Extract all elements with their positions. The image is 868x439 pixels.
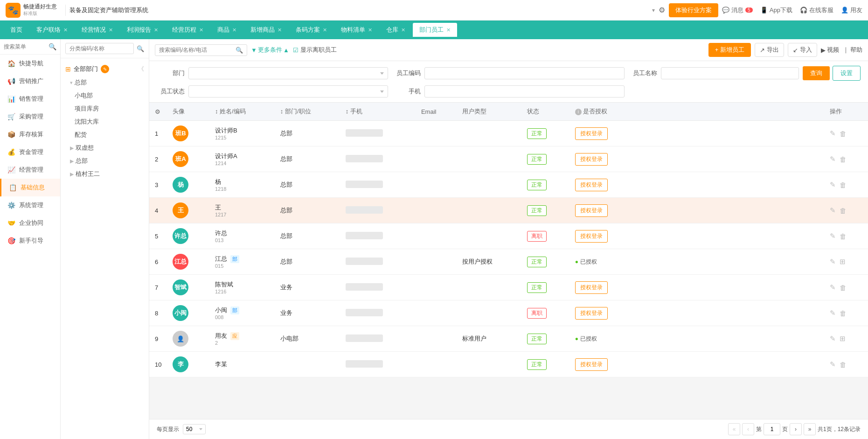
edit-icon[interactable]: ✎: [830, 155, 836, 163]
tab-warehouse[interactable]: 仓库 ✕: [380, 23, 412, 37]
sidebar-item-guide[interactable]: 🎯 新手引导: [0, 232, 60, 250]
emp-code-filter-input[interactable]: [424, 67, 624, 79]
dept-section-title-zhicun[interactable]: ▶ 植村王二: [61, 167, 149, 181]
gear-icon[interactable]: ⚙: [659, 6, 665, 14]
emp-status-filter-select[interactable]: [188, 85, 388, 98]
tab-close-icon[interactable]: ✕: [368, 27, 372, 33]
grant-btn[interactable]: 授权登录: [575, 153, 608, 166]
sidebar-search-input[interactable]: [4, 43, 47, 50]
view-btn[interactable]: ▶ 视频: [821, 46, 839, 54]
dept-child-peihu[interactable]: 配货: [61, 128, 149, 141]
tab-close-icon[interactable]: ✕: [63, 27, 68, 33]
first-page-btn[interactable]: «: [728, 423, 740, 435]
phone-filter-input[interactable]: [424, 85, 624, 98]
dept-child-xiaodian[interactable]: 小电部: [61, 89, 149, 102]
edit-icon[interactable]: ✎: [830, 360, 836, 369]
export-btn[interactable]: ↗ 导出: [755, 43, 784, 57]
edit-icon[interactable]: ✎: [830, 206, 836, 215]
dept-all-item[interactable]: ⊞ 全部部门 ✎ 《: [61, 62, 149, 76]
delete-icon[interactable]: 🗑: [840, 309, 847, 317]
sidebar-item-finance[interactable]: 💰 资金管理: [0, 143, 60, 161]
dept-child-shenyang[interactable]: 沈阳大库: [61, 115, 149, 128]
delete-icon[interactable]: 🗑: [840, 207, 847, 215]
tab-history[interactable]: 经营历程 ✕: [166, 23, 210, 37]
system-title-dropdown[interactable]: ▾: [652, 7, 655, 14]
tab-close-icon[interactable]: ✕: [109, 27, 113, 33]
copy-icon[interactable]: ⊞: [840, 258, 846, 266]
th-settings[interactable]: ⚙: [149, 103, 167, 121]
dept-collapse-icon[interactable]: 《: [138, 65, 144, 73]
settings-btn[interactable]: 设置: [833, 66, 861, 81]
sidebar-item-biz[interactable]: 📈 经营管理: [0, 161, 60, 179]
tab-operation[interactable]: 经营情况 ✕: [75, 23, 119, 37]
user-btn[interactable]: 👤 用友: [841, 6, 862, 14]
online-service-btn[interactable]: 🎧 在线客服: [800, 6, 833, 14]
edit-icon[interactable]: ✎: [830, 309, 836, 317]
th-dept[interactable]: ↕ 部门/职位: [275, 103, 340, 121]
tab-close-icon[interactable]: ✕: [278, 27, 282, 33]
more-filter-btn[interactable]: ▼ 更多条件 ▲: [251, 46, 289, 54]
dept-search-icon[interactable]: 🔍: [137, 45, 144, 52]
tab-dept-emp[interactable]: 部门员工 ✕: [413, 23, 457, 37]
page-size-select[interactable]: 50 10 20 100: [183, 424, 206, 434]
edit-icon[interactable]: ✎: [830, 258, 836, 266]
th-name[interactable]: ↕ 姓名/编码: [209, 103, 275, 121]
app-download-btn[interactable]: 📱 App下载: [760, 6, 792, 14]
search-btn[interactable]: 查询: [803, 66, 830, 80]
dept-filter-select[interactable]: [188, 67, 388, 79]
sidebar-item-sales[interactable]: 📊 销售管理: [0, 90, 60, 108]
import-btn[interactable]: ↙ 导入: [788, 43, 817, 57]
dept-edit-icon[interactable]: ✎: [101, 65, 109, 73]
dept-search-input[interactable]: [65, 43, 134, 54]
grant-btn[interactable]: 授权登录: [575, 179, 608, 191]
edit-icon[interactable]: ✎: [830, 283, 836, 292]
delete-icon[interactable]: 🗑: [840, 232, 847, 240]
edit-icon[interactable]: ✎: [830, 129, 836, 138]
grant-btn[interactable]: 授权登录: [575, 358, 608, 371]
dept-child-project[interactable]: 项目库房: [61, 102, 149, 115]
grant-btn[interactable]: 授权登录: [575, 127, 608, 140]
sidebar-item-collab[interactable]: 🤝 企业协同: [0, 214, 60, 232]
edit-icon[interactable]: ✎: [830, 232, 836, 240]
emp-search-input[interactable]: [159, 47, 234, 53]
delete-icon[interactable]: 🗑: [840, 361, 847, 369]
tab-close-icon[interactable]: ✕: [232, 27, 236, 33]
grant-btn[interactable]: 授权登录: [575, 281, 608, 294]
emp-name-filter-input[interactable]: [661, 67, 799, 79]
next-page-btn[interactable]: ›: [790, 423, 802, 435]
add-emp-btn[interactable]: + 新增员工: [708, 43, 751, 57]
delete-icon[interactable]: 🗑: [840, 284, 847, 292]
tab-new-goods[interactable]: 新增商品 ✕: [244, 23, 288, 37]
grant-btn[interactable]: 授权登录: [575, 230, 608, 243]
tab-goods[interactable]: 商品 ✕: [211, 23, 243, 37]
sidebar-item-basic[interactable]: 📋 基础信息: [0, 179, 60, 196]
tab-close-icon[interactable]: ✕: [154, 27, 158, 33]
delete-icon[interactable]: 🗑: [840, 181, 847, 189]
tab-home[interactable]: 首页: [4, 23, 29, 37]
help-btn[interactable]: ｜ 帮助: [843, 46, 862, 54]
sidebar-item-system[interactable]: ⚙️ 系统管理: [0, 196, 60, 214]
delete-icon[interactable]: 🗑: [840, 130, 847, 138]
tab-close-active-icon[interactable]: ✕: [446, 27, 451, 33]
page-input[interactable]: [764, 423, 780, 435]
edit-icon[interactable]: ✎: [830, 181, 836, 189]
dept-section-title-zongbu[interactable]: ▶ 总部: [61, 154, 149, 167]
dept-section-title-general[interactable]: ▾ 总部: [61, 76, 149, 89]
edit-icon[interactable]: ✎: [830, 334, 836, 343]
tab-close-icon[interactable]: ✕: [199, 27, 203, 33]
tab-close-icon[interactable]: ✕: [401, 27, 405, 33]
show-resigned-toggle[interactable]: ☑ 显示离职员工: [293, 46, 337, 54]
sidebar-item-quick-nav[interactable]: 🏠 快捷导航: [0, 55, 60, 72]
message-btn[interactable]: 💬 消息 5: [722, 6, 753, 14]
tab-close-icon[interactable]: ✕: [323, 27, 327, 33]
th-phone[interactable]: ↕ 手机: [340, 103, 416, 121]
grant-btn[interactable]: 授权登录: [575, 307, 608, 320]
delete-icon[interactable]: 🗑: [840, 155, 847, 163]
tab-profit[interactable]: 利润报告 ✕: [120, 23, 165, 37]
tab-barcode[interactable]: 条码方案 ✕: [289, 23, 333, 37]
sidebar-item-marketing[interactable]: 📢 营销推广: [0, 72, 60, 90]
prev-page-btn[interactable]: ‹: [742, 423, 754, 435]
dept-section-title-shuang[interactable]: ▶ 双虚想: [61, 141, 149, 154]
last-page-btn[interactable]: »: [804, 423, 816, 435]
tab-bom[interactable]: 物料清单 ✕: [334, 23, 379, 37]
